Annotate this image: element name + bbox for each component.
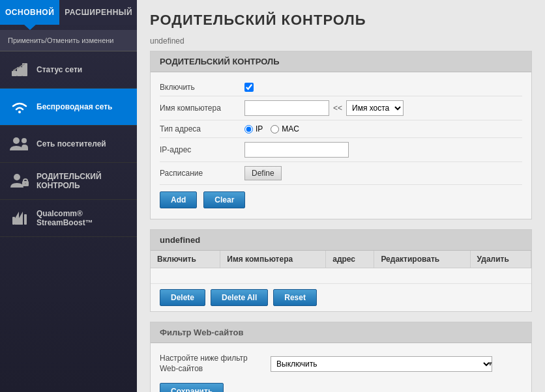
panel-button-row: Add Clear xyxy=(160,185,522,212)
guests-icon xyxy=(9,133,30,154)
parental-icon xyxy=(9,171,30,191)
add-button[interactable]: Add xyxy=(160,191,197,208)
address-type-radio-group: IP MAC xyxy=(244,124,299,133)
enable-label: Включить xyxy=(160,83,244,92)
sidebar: ОСНОВНОЙ РАСШИРЕННЫЙ Применить/Отменить … xyxy=(0,0,137,392)
sidebar-label-network-status: Статус сети xyxy=(37,65,82,74)
table-empty-row xyxy=(151,268,531,284)
sidebar-label-parental: РОДИТЕЛЬСКИЙ КОНТРОЛЬ xyxy=(37,172,128,190)
data-table: Включить Имя компьютера адрес Редактиров… xyxy=(151,251,531,284)
web-filter-title: Фильтр Web-сайтов xyxy=(151,322,531,343)
save-button[interactable]: Сохранить xyxy=(160,383,224,392)
address-type-control: IP MAC xyxy=(244,124,522,133)
main-content: РОДИТЕЛЬСКИЙ КОНТРОЛЬ undefined РОДИТЕЛЬ… xyxy=(137,0,545,392)
parental-panel-body: Включить Имя компьютера << Имя хоста Т xyxy=(151,72,531,219)
table-button-row: Delete Delete All Reset xyxy=(151,284,531,311)
web-filter-body: Настройте ниже фильтр Web-сайтов Выключи… xyxy=(151,343,531,392)
wifi-icon xyxy=(9,96,30,117)
ip-address-input[interactable] xyxy=(244,142,349,158)
sidebar-item-parental[interactable]: РОДИТЕЛЬСКИЙ КОНТРОЛЬ xyxy=(0,163,137,200)
radio-ip[interactable] xyxy=(244,125,253,133)
sidebar-item-network-status[interactable]: Статус сети xyxy=(0,51,137,89)
computer-name-label: Имя компьютера xyxy=(160,104,244,113)
radio-mac[interactable] xyxy=(271,125,279,133)
computer-name-control: << Имя хоста xyxy=(244,100,522,116)
col-enable: Включить xyxy=(151,251,220,268)
enable-row: Включить xyxy=(160,79,522,96)
enable-control xyxy=(244,83,522,92)
table-section-title: undefined xyxy=(151,230,531,251)
table-header-row: Включить Имя компьютера адрес Редактиров… xyxy=(151,251,531,268)
svg-point-9 xyxy=(14,174,20,180)
sidebar-label-guest: Сеть посетителей xyxy=(37,139,106,148)
page-title: РОДИТЕЛЬСКИЙ КОНТРОЛЬ xyxy=(137,0,545,34)
ip-address-row: IP-адрес xyxy=(160,138,522,162)
svg-rect-11 xyxy=(23,179,27,182)
save-btn-row: Сохранить xyxy=(160,378,522,392)
radio-ip-label[interactable]: IP xyxy=(244,124,263,133)
svg-rect-15 xyxy=(12,217,15,225)
sidebar-label-streamboost: Qualcomm® StreamBoost™ xyxy=(37,209,128,227)
svg-marker-13 xyxy=(15,212,23,225)
apply-bar: Применить/Отменить изменени xyxy=(0,30,137,51)
delete-all-button[interactable]: Delete All xyxy=(211,289,268,306)
table-section: undefined Включить Имя компьютера адрес … xyxy=(150,229,532,312)
table-body xyxy=(151,268,531,284)
delete-button[interactable]: Delete xyxy=(160,289,205,306)
svg-point-12 xyxy=(25,183,26,184)
col-address: адрес xyxy=(326,251,374,268)
computer-name-row: Имя компьютера << Имя хоста xyxy=(160,96,522,120)
network-status-icon xyxy=(9,59,30,80)
svg-point-8 xyxy=(22,138,27,143)
schedule-row: Расписание Define xyxy=(160,162,522,185)
hostname-select[interactable]: Имя хоста xyxy=(346,100,404,116)
sidebar-header: ОСНОВНОЙ РАСШИРЕННЫЙ xyxy=(0,0,137,25)
enable-checkbox[interactable] xyxy=(244,83,254,92)
filter-label: Настройте ниже фильтр Web-сайтов xyxy=(160,354,264,374)
filter-row: Настройте ниже фильтр Web-сайтов Выключи… xyxy=(160,350,522,378)
define-button[interactable]: Define xyxy=(244,166,282,180)
svg-rect-14 xyxy=(24,214,27,225)
col-edit: Редактировать xyxy=(374,251,470,268)
ip-address-control xyxy=(244,142,522,158)
tab-advanced[interactable]: РАСШИРЕННЫЙ xyxy=(59,0,138,25)
col-delete: Удалить xyxy=(470,251,531,268)
sidebar-item-wireless[interactable]: Беспроводная сеть xyxy=(0,89,137,126)
col-computer-name: Имя компьютера xyxy=(220,251,326,268)
parental-panel-title: РОДИТЕЛЬСКИЙ КОНТРОЛЬ xyxy=(151,51,531,72)
clear-button[interactable]: Clear xyxy=(203,191,245,208)
svg-rect-3 xyxy=(13,70,16,71)
computer-name-arrow: << xyxy=(333,104,342,113)
radio-mac-label[interactable]: MAC xyxy=(271,124,299,133)
address-type-label: Тип адреса xyxy=(160,124,244,133)
schedule-label: Расписание xyxy=(160,169,244,178)
sidebar-label-wireless: Беспроводная сеть xyxy=(37,102,112,111)
sidebar-item-guest[interactable]: Сеть посетителей xyxy=(0,126,137,163)
computer-name-input[interactable] xyxy=(244,100,329,116)
schedule-control: Define xyxy=(244,166,522,180)
web-filter-select[interactable]: Выключить Включить белый список Включить… xyxy=(271,356,492,372)
sidebar-item-streamboost[interactable]: Qualcomm® StreamBoost™ xyxy=(0,200,137,237)
svg-point-6 xyxy=(18,111,21,113)
svg-point-7 xyxy=(13,137,20,144)
reset-button[interactable]: Reset xyxy=(273,289,317,306)
svg-rect-0 xyxy=(12,71,17,76)
tab-main[interactable]: ОСНОВНОЙ xyxy=(0,0,59,25)
address-type-row: Тип адреса IP MAC xyxy=(160,120,522,138)
web-filter-section: Фильтр Web-сайтов Настройте ниже фильтр … xyxy=(150,322,532,392)
boost-icon xyxy=(9,208,30,229)
page-undefined-label: undefined xyxy=(137,34,545,51)
ip-address-label: IP-адрес xyxy=(160,145,244,154)
parental-panel: РОДИТЕЛЬСКИЙ КОНТРОЛЬ Включить Имя компь… xyxy=(150,51,532,219)
